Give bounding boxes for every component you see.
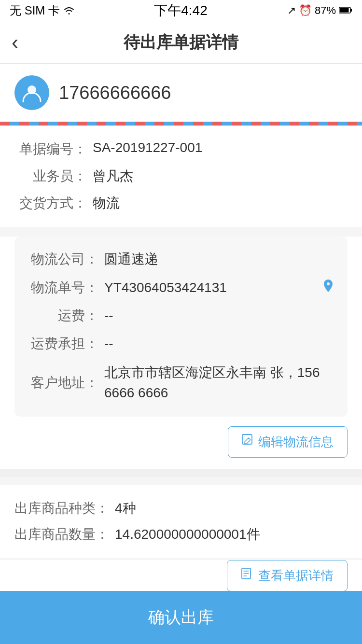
product-quantity-label: 出库商品数量： — [14, 525, 109, 544]
location-pin-icon[interactable] — [320, 278, 336, 297]
view-detail-button[interactable]: 查看单据详情 — [227, 560, 348, 591]
delivery-value: 物流 — [93, 194, 348, 212]
freight-bear-row: 运费承担： -- — [26, 335, 336, 353]
edit-icon — [242, 434, 254, 450]
view-detail-label: 查看单据详情 — [258, 567, 334, 584]
freight-label: 运费： — [26, 307, 98, 325]
confirm-btn-wrap[interactable]: 确认出库 — [0, 591, 362, 644]
delivery-row: 交货方式： 物流 — [14, 194, 348, 212]
nav-bar: ‹ 待出库单据详情 — [0, 21, 362, 64]
tracking-label: 物流单号： — [26, 279, 98, 297]
freight-bear-label: 运费承担： — [26, 335, 98, 353]
confirm-button-label: 确认出库 — [148, 606, 214, 629]
tracking-row: 物流单号： YT43064053424131 — [26, 278, 336, 297]
product-quantity-row: 出库商品数量： 14.620000000000001件 — [14, 525, 348, 544]
battery-text: 87% — [315, 4, 336, 17]
address-value: 北京市市辖区海淀区永丰南 张，156 6666 6666 — [104, 363, 336, 403]
status-time: 下午4:42 — [154, 1, 208, 20]
svg-rect-2 — [340, 8, 349, 13]
product-types-value: 4种 — [115, 499, 136, 518]
edit-logistics-button[interactable]: 编辑物流信息 — [228, 426, 348, 458]
status-left: 无 SIM 卡 — [10, 3, 74, 18]
stats-section: 出库商品种类： 4种 出库商品数量： 14.620000000000001件 — [0, 485, 362, 558]
logistics-company-row: 物流公司： 圆通速递 — [26, 250, 336, 268]
freight-bear-value: -- — [104, 336, 336, 351]
user-header: 17666666666 — [0, 64, 362, 122]
basic-info-section: 单据编号： SA-20191227-001 业务员： 曾凡杰 交货方式： 物流 — [0, 126, 362, 227]
product-quantity-value: 14.620000000000001件 — [115, 525, 260, 544]
address-label: 客户地址： — [26, 374, 98, 392]
back-button[interactable]: ‹ — [12, 31, 18, 54]
logistics-section: 物流公司： 圆通速递 物流单号： YT43064053424131 运费： --… — [0, 237, 362, 469]
edit-logistics-label: 编辑物流信息 — [258, 434, 334, 450]
page-title: 待出库单据详情 — [124, 31, 238, 54]
edit-btn-wrap: 编辑物流信息 — [0, 426, 362, 469]
tracking-value: YT43064053424131 — [104, 280, 316, 295]
product-types-label: 出库商品种类： — [14, 499, 109, 518]
carrier-text: 无 SIM 卡 — [10, 3, 60, 18]
logistics-card: 物流公司： 圆通速递 物流单号： YT43064053424131 运费： --… — [14, 237, 348, 417]
dashed-divider — [0, 122, 362, 126]
status-bar: 无 SIM 卡 下午4:42 ↗ ⏰ 87% — [0, 0, 362, 21]
avatar — [14, 75, 49, 110]
doc-number-row: 单据编号： SA-20191227-001 — [14, 140, 348, 158]
document-icon — [241, 567, 254, 584]
battery-icon — [339, 4, 352, 17]
salesman-label: 业务员： — [14, 167, 87, 185]
logistics-company-value: 圆通速递 — [104, 250, 336, 268]
status-right: ↗ ⏰ 87% — [287, 4, 352, 17]
salesman-value: 曾凡杰 — [93, 167, 348, 185]
user-phone: 17666666666 — [59, 83, 171, 103]
svg-rect-1 — [350, 9, 352, 12]
delivery-label: 交货方式： — [14, 194, 87, 212]
product-types-row: 出库商品种类： 4种 — [14, 499, 348, 518]
salesman-row: 业务员： 曾凡杰 — [14, 167, 348, 185]
logistics-company-label: 物流公司： — [26, 250, 98, 268]
gps-icon: ↗ — [287, 4, 296, 17]
alarm-icon: ⏰ — [299, 4, 312, 17]
doc-number-value: SA-20191227-001 — [93, 140, 348, 155]
section-separator — [0, 469, 362, 477]
freight-row: 运费： -- — [26, 307, 336, 325]
doc-number-label: 单据编号： — [14, 140, 87, 158]
address-row: 客户地址： 北京市市辖区海淀区永丰南 张，156 6666 6666 — [26, 363, 336, 403]
wifi-icon — [64, 4, 74, 17]
freight-value: -- — [104, 308, 336, 323]
